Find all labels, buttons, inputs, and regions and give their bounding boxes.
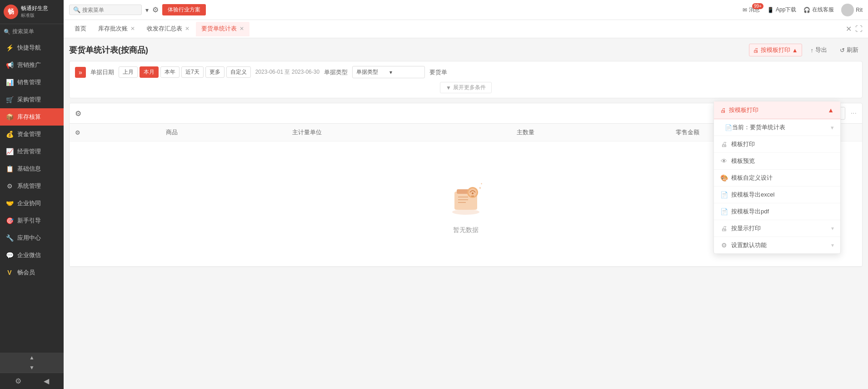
dropdown-template-preview[interactable]: 👁 模板预览 — [714, 153, 840, 170]
date-btn-more[interactable]: 更多 — [205, 66, 224, 78]
marketing-icon: 📢 — [5, 61, 14, 69]
type-filter-select[interactable]: 单据类型 ▾ — [352, 66, 425, 78]
sidebar-scroll-up[interactable]: ▲ — [0, 353, 64, 363]
template-preview-icon: 👁 — [720, 157, 728, 165]
filter-area: » 单据日期 上月 本月 本年 近7天 更多 自定义 2023-06-01 至 … — [69, 61, 863, 98]
guide-icon: 🎯 — [5, 217, 14, 224]
filter-expand-btn[interactable]: » — [75, 67, 86, 78]
collab-icon: 🤝 — [5, 200, 14, 207]
export-label: 导出 — [815, 46, 827, 54]
date-btn-custom[interactable]: 自定义 — [226, 66, 251, 78]
sidebar-scroll-down[interactable]: ▼ — [0, 363, 64, 373]
sidebar-item-label: 营销推广 — [17, 61, 41, 69]
default-func-arrow: ▾ — [831, 242, 834, 248]
dropdown-default-func[interactable]: ⚙ 设置默认功能 ▾ — [714, 237, 840, 253]
print-template-btn[interactable]: 🖨 按模板打印 ▲ — [749, 44, 802, 56]
search-label: 搜索菜单 — [12, 28, 34, 35]
sidebar-item-collab[interactable]: 🤝 企业协同 — [0, 195, 64, 212]
app-download-btn[interactable]: 📱 App下载 — [767, 6, 796, 14]
dropdown-header[interactable]: 🖨 按模板打印 ▲ — [714, 101, 840, 119]
sidebar-search[interactable]: 🔍 搜索菜单 — [0, 24, 64, 39]
tab-order-stats[interactable]: 要货单统计表 ✕ — [196, 22, 249, 36]
sidebar-item-marketing[interactable]: 📢 营销推广 — [0, 56, 64, 74]
sidebar-item-purchase[interactable]: 🛒 采购管理 — [0, 91, 64, 108]
basic-icon: 📋 — [5, 165, 14, 172]
template-print-icon: 🖨 — [720, 141, 728, 148]
trial-btn[interactable]: 体验行业方案 — [162, 4, 206, 15]
export-btn[interactable]: ↑ 导出 — [807, 44, 832, 56]
col-goods: 商品 — [160, 124, 287, 141]
purchase-icon: 🛒 — [5, 96, 14, 103]
sidebar-item-guide[interactable]: 🎯 新手引导 — [0, 212, 64, 229]
export-pdf-icon: 📄 — [720, 208, 728, 215]
topbar-search-input[interactable] — [82, 7, 138, 13]
online-service-btn[interactable]: 🎧 在线客服 — [803, 6, 834, 14]
svg-point-0 — [452, 209, 479, 215]
topbar-dropdown-btn[interactable]: ▾ — [145, 6, 149, 14]
logo-text-block: 畅通好生意 标准版 — [21, 5, 48, 19]
page-title: 要货单统计表(按商品) — [69, 45, 148, 56]
dropdown-export-excel[interactable]: 📄 按模板导出excel — [714, 187, 840, 203]
tab-batch-account-close[interactable]: ✕ — [130, 25, 135, 32]
dropdown-current-item[interactable]: 📄 当前：要货单统计表 ▾ — [714, 119, 840, 136]
col-settings-icon[interactable]: ⚙ — [75, 129, 80, 136]
table-settings-icon-btn[interactable]: ⚙ — [75, 109, 81, 118]
user-avatar[interactable]: Rit — [841, 4, 863, 16]
sidebar-item-system[interactable]: ⚙ 系统管理 — [0, 177, 64, 195]
app-subtitle: 标准版 — [21, 12, 48, 19]
tab-batch-account[interactable]: 库存批次账 ✕ — [93, 22, 140, 36]
template-design-label: 模板自定义设计 — [731, 174, 773, 182]
col-unit: 主计量单位 — [287, 124, 511, 141]
current-template-arrow: ▾ — [831, 124, 834, 131]
refresh-btn[interactable]: ↺ 刷新 — [836, 44, 863, 56]
sidebar-item-basic[interactable]: 📋 基础信息 — [0, 160, 64, 177]
inventory-icon: 📦 — [5, 113, 14, 121]
page-actions: 🖨 按模板打印 ▲ ↑ 导出 ↺ 刷新 — [749, 44, 863, 56]
col-settings: ⚙ — [70, 124, 160, 141]
expand-more-icon: ▼ — [446, 85, 451, 91]
page-content: 要货单统计表(按商品) 🖨 按模板打印 ▲ ↑ 导出 ↺ 刷新 — [64, 38, 868, 389]
sidebar-item-label: 应用中心 — [17, 234, 41, 242]
sidebar-item-operation[interactable]: 📈 经营管理 — [0, 143, 64, 160]
messages-btn[interactable]: ✉ 消息 99+ — [743, 6, 760, 14]
export-icon: ↑ — [811, 47, 814, 54]
sidebar-item-label: 经营管理 — [17, 147, 41, 156]
print-template-label: 按模板打印 — [761, 46, 790, 54]
dropdown-export-pdf[interactable]: 📄 按模板导出pdf — [714, 203, 840, 220]
sidebar-collapse-btn[interactable]: ◀ — [44, 377, 49, 385]
dropdown-template-print[interactable]: 🖨 模板打印 — [714, 136, 840, 153]
topbar-settings-btn[interactable]: ⚙ — [152, 5, 159, 14]
sidebar-logo: 畅 畅通好生意 标准版 — [0, 0, 64, 24]
sidebar-item-label: 畅会员 — [17, 268, 35, 277]
sidebar-settings-btn[interactable]: ⚙ — [15, 377, 21, 385]
sidebar-item-sales[interactable]: 📊 销售管理 — [0, 74, 64, 91]
dropdown-display-print[interactable]: 🖨 按显示打印 ▾ — [714, 220, 840, 237]
sidebar-item-quick-nav[interactable]: ⚡ 快捷导航 — [0, 39, 64, 56]
template-design-icon: 🎨 — [720, 174, 728, 182]
sidebar-item-member[interactable]: V 畅会员 — [0, 264, 64, 281]
tab-home[interactable]: 首页 — [69, 22, 92, 36]
sidebar-item-inventory[interactable]: 📦 库存核算 — [0, 108, 64, 126]
headset-icon: 🎧 — [803, 7, 810, 13]
tab-order-stats-close[interactable]: ✕ — [239, 25, 244, 32]
tab-collection-summary[interactable]: 收发存汇总表 ✕ — [141, 22, 195, 36]
tabbar-right-btns: ✕ ⛶ — [846, 25, 863, 33]
date-btn-this-year[interactable]: 本年 — [160, 66, 180, 78]
topbar-search-box[interactable]: 🔍 — [69, 5, 142, 15]
date-btn-7days[interactable]: 近7天 — [181, 66, 204, 78]
sidebar-item-apps[interactable]: 🔧 应用中心 — [0, 229, 64, 247]
wechat-icon: 💬 — [5, 252, 14, 259]
expand-more-btn[interactable]: ▼ 展开更多条件 — [440, 82, 492, 93]
type-select-value: 单据类型 — [356, 68, 388, 76]
dropdown-template-design[interactable]: 🎨 模板自定义设计 — [714, 170, 840, 187]
date-btn-this-month[interactable]: 本月 — [140, 66, 159, 78]
sidebar-item-finance[interactable]: 💰 资金管理 — [0, 126, 64, 143]
tab-collection-summary-close[interactable]: ✕ — [185, 25, 190, 32]
tabbar-fullscreen-btn[interactable]: ⛶ — [855, 25, 863, 33]
sidebar-item-label: 基础信息 — [17, 165, 41, 173]
messages-badge: 99+ — [752, 3, 763, 9]
tabbar-close-btn[interactable]: ✕ — [846, 25, 852, 33]
date-btn-last-month[interactable]: 上月 — [119, 66, 138, 78]
sidebar-item-wechat[interactable]: 💬 企业微信 — [0, 247, 64, 264]
more-actions-btn[interactable]: ··· — [851, 109, 857, 117]
